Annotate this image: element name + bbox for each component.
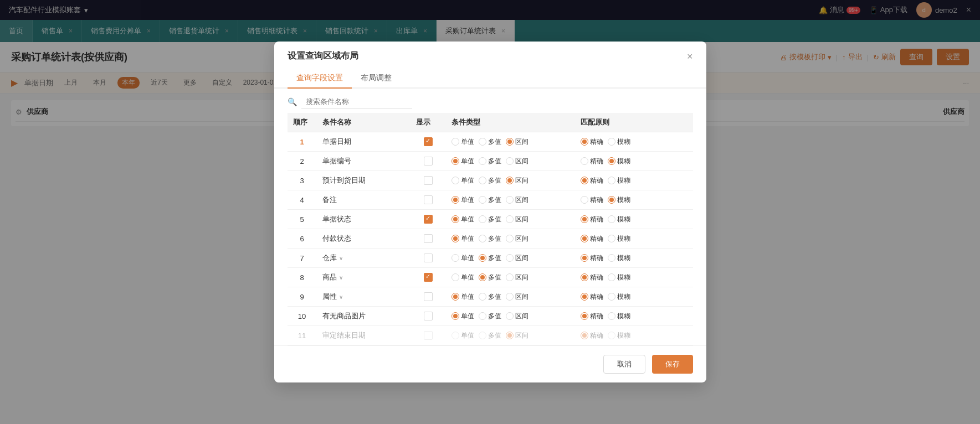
cell-show[interactable]	[411, 132, 446, 152]
show-checkbox[interactable]	[424, 292, 433, 301]
radio-type-type_range[interactable]: 区间	[506, 312, 529, 321]
radio-match-match_exact[interactable]: 精确	[581, 176, 603, 185]
cell-show[interactable]	[411, 249, 446, 268]
modal-tab-query-fields[interactable]: 查询字段设置	[288, 69, 352, 89]
cell-show[interactable]	[411, 171, 446, 190]
radio-type-type_single[interactable]: 单值	[451, 195, 474, 205]
radio-match-match_fuzzy[interactable]: 模糊	[608, 234, 630, 244]
modal-tab-layout[interactable]: 布局调整	[352, 69, 401, 89]
show-checkbox[interactable]	[424, 157, 433, 166]
save-button[interactable]: 保存	[652, 355, 693, 374]
radio-type-type_single[interactable]: 单值	[451, 312, 474, 321]
radio-type-type_range[interactable]: 区间	[506, 273, 529, 282]
show-checkbox[interactable]	[424, 331, 433, 340]
cell-name: 单据状态	[317, 210, 411, 229]
cell-show[interactable]	[411, 152, 446, 171]
cell-match: 精确模糊	[575, 152, 692, 171]
cell-order: 11	[288, 326, 317, 345]
radio-match-match_exact[interactable]: 精确	[581, 292, 603, 302]
radio-type-type_range[interactable]: 区间	[506, 234, 529, 244]
radio-type-type_multi[interactable]: 多值	[479, 254, 501, 263]
radio-match-match_fuzzy[interactable]: 模糊	[608, 331, 630, 340]
cell-type: 单值多值区间	[446, 287, 575, 307]
radio-type-type_single[interactable]: 单值	[451, 176, 474, 185]
radio-match-match_fuzzy[interactable]: 模糊	[608, 176, 630, 185]
radio-type-type_range[interactable]: 区间	[506, 215, 529, 224]
cell-show[interactable]	[411, 210, 446, 229]
radio-match-match_fuzzy[interactable]: 模糊	[608, 215, 630, 224]
radio-type-type_single[interactable]: 单值	[451, 157, 474, 166]
cancel-button[interactable]: 取消	[603, 355, 645, 374]
cell-name: 属性∨	[317, 287, 411, 307]
cell-show[interactable]	[411, 326, 446, 345]
th-name: 条件名称	[317, 113, 411, 132]
radio-type-type_multi[interactable]: 多值	[479, 215, 501, 224]
radio-match-match_exact[interactable]: 精确	[581, 273, 603, 282]
radio-type-type_multi[interactable]: 多值	[479, 176, 501, 185]
show-checkbox[interactable]	[424, 234, 433, 243]
cell-show[interactable]	[411, 229, 446, 249]
radio-match-match_exact[interactable]: 精确	[581, 331, 603, 340]
cell-show[interactable]	[411, 287, 446, 307]
modal-search-area: 🔍	[274, 89, 706, 113]
radio-match-match_fuzzy[interactable]: 模糊	[608, 157, 630, 166]
th-show: 显示	[411, 113, 446, 132]
show-checkbox[interactable]	[424, 215, 433, 224]
cell-type: 单值多值区间	[446, 171, 575, 190]
radio-type-type_range[interactable]: 区间	[506, 195, 529, 205]
radio-match-match_fuzzy[interactable]: 模糊	[608, 312, 630, 321]
radio-type-type_multi[interactable]: 多值	[479, 312, 501, 321]
radio-type-type_single[interactable]: 单值	[451, 234, 474, 244]
radio-type-type_range[interactable]: 区间	[506, 254, 529, 263]
table-row: 7仓库∨单值多值区间精确模糊	[288, 249, 693, 268]
cell-type: 单值多值区间	[446, 268, 575, 287]
radio-type-type_range[interactable]: 区间	[506, 331, 529, 340]
show-checkbox[interactable]	[424, 254, 433, 262]
radio-match-match_fuzzy[interactable]: 模糊	[608, 195, 630, 205]
cell-show[interactable]	[411, 190, 446, 210]
show-checkbox[interactable]	[424, 195, 433, 204]
show-checkbox[interactable]	[424, 312, 433, 320]
search-input[interactable]	[301, 95, 412, 108]
radio-type-type_multi[interactable]: 多值	[479, 292, 501, 302]
radio-type-type_multi[interactable]: 多值	[479, 273, 501, 282]
cell-show[interactable]	[411, 307, 446, 326]
cell-type: 单值多值区间	[446, 249, 575, 268]
show-checkbox[interactable]	[424, 273, 433, 282]
search-icon: 🔍	[288, 97, 297, 106]
cell-show[interactable]	[411, 268, 446, 287]
modal-close-button[interactable]: ×	[687, 51, 693, 61]
radio-match-match_fuzzy[interactable]: 模糊	[608, 254, 630, 263]
radio-match-match_fuzzy[interactable]: 模糊	[608, 137, 630, 147]
radio-type-type_range[interactable]: 区间	[506, 292, 529, 302]
radio-type-type_range[interactable]: 区间	[506, 176, 529, 185]
modal-overlay: 设置查询区域布局 × 查询字段设置 布局调整 🔍 顺序	[0, 0, 980, 424]
radio-match-match_fuzzy[interactable]: 模糊	[608, 292, 630, 302]
radio-match-match_exact[interactable]: 精确	[581, 312, 603, 321]
radio-type-type_multi[interactable]: 多值	[479, 195, 501, 205]
radio-match-match_exact[interactable]: 精确	[581, 157, 603, 166]
radio-match-match_exact[interactable]: 精确	[581, 215, 603, 224]
radio-type-type_single[interactable]: 单值	[451, 254, 474, 263]
radio-type-type_single[interactable]: 单值	[451, 137, 474, 147]
radio-type-type_multi[interactable]: 多值	[479, 331, 501, 340]
radio-type-type_single[interactable]: 单值	[451, 215, 474, 224]
show-checkbox[interactable]	[424, 176, 433, 185]
radio-type-type_range[interactable]: 区间	[506, 137, 529, 147]
radio-match-match_exact[interactable]: 精确	[581, 195, 603, 205]
radio-match-match_fuzzy[interactable]: 模糊	[608, 273, 630, 282]
radio-type-type_multi[interactable]: 多值	[479, 137, 501, 147]
radio-type-type_range[interactable]: 区间	[506, 157, 529, 166]
radio-type-type_single[interactable]: 单值	[451, 292, 474, 302]
radio-match-match_exact[interactable]: 精确	[581, 234, 603, 244]
th-order: 顺序	[288, 113, 317, 132]
radio-match-match_exact[interactable]: 精确	[581, 254, 603, 263]
radio-type-type_multi[interactable]: 多值	[479, 157, 501, 166]
chevron-down-icon: ∨	[339, 275, 343, 281]
radio-type-type_single[interactable]: 单值	[451, 273, 474, 282]
radio-match-match_exact[interactable]: 精确	[581, 137, 603, 147]
radio-type-type_multi[interactable]: 多值	[479, 234, 501, 244]
radio-type-type_single[interactable]: 单值	[451, 331, 474, 340]
cell-name: 有无商品图片	[317, 307, 411, 326]
show-checkbox[interactable]	[424, 137, 433, 146]
